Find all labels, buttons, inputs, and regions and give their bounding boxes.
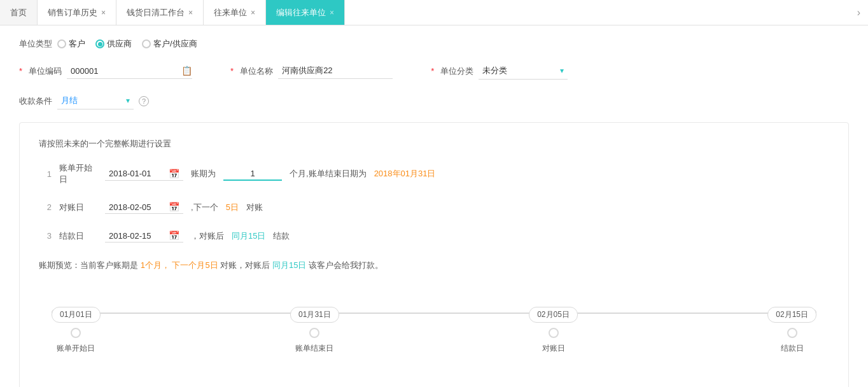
radio-both[interactable]: 客户/供应商 (142, 38, 197, 50)
tab-sales-order[interactable]: 销售订单历史 × (38, 0, 116, 25)
setting-row-2: 2 对账日 📅 ,下一个 5日 对账 (39, 201, 829, 214)
payment-terms-help-icon[interactable]: ? (139, 96, 149, 106)
row-3-suffix: 结款 (273, 230, 290, 242)
unit-code-input-wrapper: 📋 (67, 64, 192, 79)
preview-part1: 1个月， (141, 260, 170, 270)
tab-cash-label: 钱货日清工作台 (127, 7, 185, 18)
tab-partner-units[interactable]: 往来单位 × (204, 0, 266, 25)
preview-end: 该客户会给我打款。 (309, 260, 383, 270)
radio-supplier-label: 供应商 (107, 38, 132, 50)
row-2-num: 2 (39, 202, 52, 212)
unit-code-input[interactable] (67, 64, 181, 78)
tab-edit-close-icon[interactable]: × (330, 8, 334, 17)
radio-customer[interactable]: 客户 (57, 38, 85, 50)
preview-text: 账期预览：当前客户账期是 1个月， 下一个月5日 对账，对账后 同月15日 该客… (39, 258, 829, 272)
unit-category-arrow-icon: ▾ (560, 66, 564, 75)
row-3-date-input: 📅 (105, 229, 183, 243)
row-3-label: 结款日 (59, 230, 97, 242)
radio-group: 客户 供应商 客户/供应商 (57, 38, 197, 50)
node-1-date-label: 01月01日 (52, 307, 101, 323)
preview-part3: 同月15日 (272, 260, 306, 270)
unit-code-field: * 单位编码 📋 (19, 64, 192, 79)
row-1-date-input: 📅 (105, 167, 183, 181)
setting-row-1: 1 账单开始日 📅 账期为 个月,账单结束日期为 2018年01月31日 (39, 162, 829, 185)
row-2-calendar-icon[interactable]: 📅 (169, 202, 179, 212)
unit-code-copy-icon[interactable]: 📋 (181, 66, 192, 76)
payment-terms-select[interactable]: 月结 ▾ (57, 92, 134, 109)
tab-home-label: 首页 (10, 7, 27, 18)
row-2-highlight: 5日 (226, 202, 239, 213)
node-1-circle (71, 328, 81, 338)
node-4-date-label: 02月15日 (767, 307, 816, 323)
row-1-period-input (223, 167, 282, 181)
tab-edit-partner[interactable]: 编辑往来单位 × (266, 0, 345, 25)
node-1-text-label: 账单开始日 (57, 343, 95, 354)
unit-name-input[interactable] (278, 64, 393, 79)
row-1-label: 账单开始日 (59, 162, 97, 185)
unit-category-select[interactable]: 未分类 ▾ (479, 62, 568, 80)
node-3-circle (549, 328, 559, 338)
unit-category-value: 未分类 (482, 65, 555, 76)
tab-expand-button[interactable]: › (850, 7, 868, 18)
row-1-calendar-icon[interactable]: 📅 (169, 169, 179, 179)
row-2-date-input: 📅 (105, 201, 183, 214)
radio-supplier[interactable]: 供应商 (95, 38, 132, 50)
unit-name-star: * (230, 66, 234, 76)
tab-home[interactable]: 首页 (0, 0, 38, 25)
timeline-node-1: 01月01日 账单开始日 (52, 307, 101, 354)
unit-type-row: 单位类型 客户 供应商 客户/供应商 (19, 38, 849, 50)
row-3-num: 3 (39, 231, 52, 241)
payment-terms-arrow-icon: ▾ (126, 96, 130, 105)
row-1-num: 1 (39, 169, 52, 179)
node-3-text-label: 对账日 (542, 343, 565, 354)
node-2-circle (309, 328, 319, 338)
radio-both-circle (142, 39, 151, 48)
radio-customer-label: 客户 (69, 38, 85, 50)
radio-both-label: 客户/供应商 (153, 38, 197, 50)
node-4-text-label: 结款日 (781, 343, 804, 354)
timeline-container: 01月01日 账单开始日 01月31日 账单结束日 02月05日 对账日 02月… (39, 288, 829, 379)
radio-supplier-circle (95, 39, 104, 48)
payment-terms-label: 收款条件 (19, 95, 52, 107)
row-1-unit: 个月,账单结束日期为 (290, 168, 367, 179)
row-3-date-field[interactable] (109, 231, 166, 241)
timeline-node-3: 02月05日 对账日 (529, 307, 578, 354)
tab-edit-label: 编辑往来单位 (276, 7, 326, 18)
tab-sales-label: 销售订单历史 (48, 7, 97, 18)
row-3-highlight: 同月15日 (232, 230, 265, 242)
row-3-calendar-icon[interactable]: 📅 (169, 230, 179, 241)
payment-terms-field: 收款条件 月结 ▾ ? (19, 92, 149, 109)
tab-cash-close-icon[interactable]: × (188, 8, 193, 17)
row-2-label: 对账日 (59, 202, 97, 213)
row-1-suffix-before: 账期为 (191, 168, 216, 179)
timeline-node-2: 01月31日 账单结束日 (290, 307, 339, 354)
tab-sales-close-icon[interactable]: × (101, 8, 106, 17)
unit-name-label: 单位名称 (240, 66, 273, 77)
tab-partner-label: 往来单位 (214, 7, 247, 18)
row-2-date-field[interactable] (109, 202, 166, 212)
unit-info-row: * 单位编码 📋 * 单位名称 * 单位分类 未分类 ▾ (19, 62, 849, 80)
radio-customer-circle (57, 39, 66, 48)
main-content: 单位类型 客户 供应商 客户/供应商 * 单位编码 (0, 25, 868, 387)
node-4-circle (787, 328, 797, 338)
timeline-node-4: 02月15日 结款日 (767, 307, 816, 354)
unit-category-label: 单位分类 (440, 66, 473, 77)
preview-mid: 对账，对账后 (220, 260, 270, 270)
unit-category-star: * (431, 66, 434, 76)
node-3-date-label: 02月05日 (529, 307, 578, 323)
unit-code-label: 单位编码 (29, 66, 62, 77)
unit-type-label: 单位类型 (19, 38, 52, 50)
unit-name-field: * 单位名称 (230, 64, 393, 79)
row-1-date-field[interactable] (109, 169, 166, 178)
row-1-period-field[interactable] (227, 169, 278, 178)
tab-partner-close-icon[interactable]: × (251, 8, 255, 17)
preview-label: 账期预览：当前客户账期是 (39, 260, 138, 270)
timeline-nodes: 01月01日 账单开始日 01月31日 账单结束日 02月05日 对账日 02月… (52, 307, 816, 354)
preview-part2: 下一个月5日 (172, 260, 218, 270)
row-2-suffix: 对账 (246, 202, 263, 213)
row-2-prefix: ,下一个 (191, 202, 218, 213)
row-3-prefix: ，对账后 (191, 230, 224, 242)
node-2-date-label: 01月31日 (290, 307, 339, 323)
tab-cash-ledger[interactable]: 钱货日清工作台 × (116, 0, 204, 25)
setting-row-3: 3 结款日 📅 ，对账后 同月15日 结款 (39, 229, 829, 243)
